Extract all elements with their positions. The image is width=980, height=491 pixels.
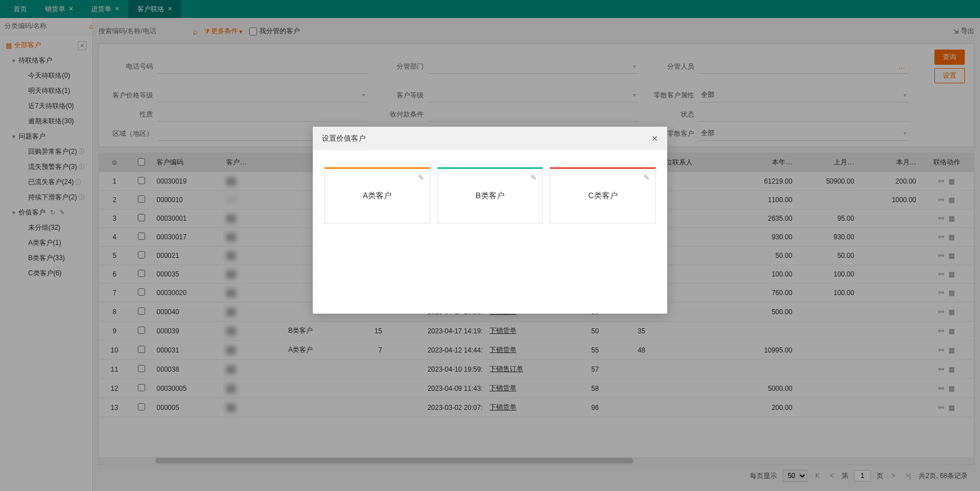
modal-overlay[interactable]: 设置价值客户 ✕ ✎ A类客户 ✎ B类客户 ✎ C类客户 — [0, 0, 980, 491]
close-icon[interactable]: ✕ — [651, 134, 658, 143]
edit-icon[interactable]: ✎ — [644, 173, 650, 182]
modal-title: 设置价值客户 — [322, 133, 366, 144]
modal-value-customer: 设置价值客户 ✕ ✎ A类客户 ✎ B类客户 ✎ C类客户 — [313, 127, 667, 314]
card-b-customer[interactable]: ✎ B类客户 — [437, 167, 543, 224]
edit-icon[interactable]: ✎ — [531, 173, 537, 182]
card-c-customer[interactable]: ✎ C类客户 — [550, 167, 656, 224]
edit-icon[interactable]: ✎ — [418, 173, 424, 182]
card-a-customer[interactable]: ✎ A类客户 — [324, 167, 430, 224]
